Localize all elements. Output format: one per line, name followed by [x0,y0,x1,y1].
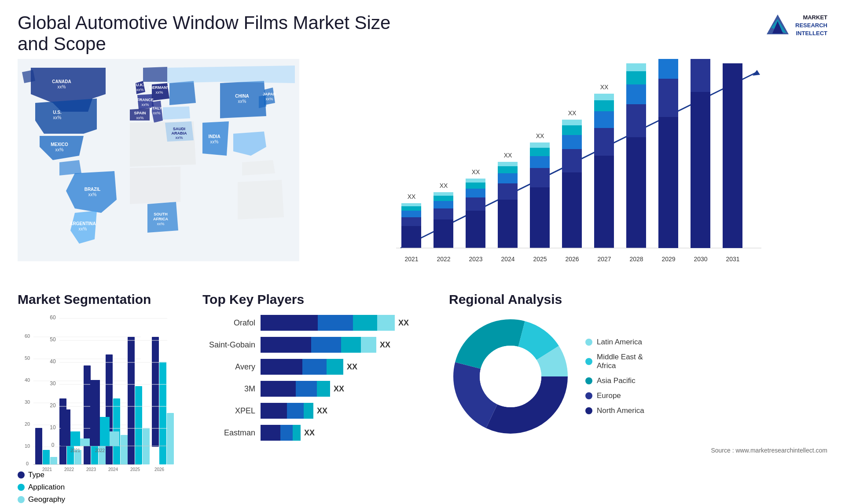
svg-rect-123 [80,438,90,446]
regional-section: Regional Analysis Latin America [449,292,827,504]
player-name: XPEL [202,406,255,416]
player-bar-wrapper: XX [261,425,315,441]
player-name: Eastman [202,428,255,438]
svg-rect-39 [401,217,421,226]
svg-text:BRAZIL: BRAZIL [84,187,101,192]
svg-rect-45 [434,219,453,248]
svg-rect-80 [594,156,614,248]
svg-rect-63 [498,162,518,166]
svg-text:2021: 2021 [404,256,418,263]
app-label: Application [28,483,65,492]
svg-text:xx%: xx% [238,99,246,104]
svg-text:XX: XX [600,84,609,91]
svg-text:AFRICA: AFRICA [153,217,168,221]
svg-text:30: 30 [50,380,56,387]
svg-text:SAUDI: SAUDI [173,127,185,131]
svg-text:2023: 2023 [469,256,482,263]
svg-text:XX: XX [440,182,448,189]
svg-rect-61 [498,173,518,183]
svg-rect-84 [594,94,614,100]
player-name: Orafol [202,318,255,328]
geo-dot [18,496,25,503]
seg-legend-geo: Geography [18,495,194,504]
map-wrapper: CANADA xx% U.S. xx% MEXICO xx% BRAZIL xx… [18,59,299,261]
svg-rect-126 [100,417,110,446]
svg-text:xx%: xx% [88,192,97,197]
legend-item-mea: Middle East &Africa [585,353,644,370]
seg-legend-type: Type [18,471,194,479]
logo-icon [764,12,791,39]
player-name: Avery [202,362,255,372]
svg-rect-125 [90,380,100,446]
segmentation-title: Market Segmentation [18,292,194,307]
app-dot [18,484,25,491]
player-bar-wrapper: XX [261,315,409,331]
svg-rect-55 [466,183,485,189]
svg-text:xx%: xx% [210,139,219,144]
svg-rect-66 [530,187,550,248]
type-label: Type [28,471,44,479]
svg-rect-62 [498,166,518,173]
logo-text: MARKET RESEARCH INTELLECT [795,14,827,38]
players-list: Orafol XX Saint-Gobain [202,315,440,441]
player-value: XX [347,362,357,372]
svg-text:xx%: xx% [265,97,273,101]
svg-text:MEXICO: MEXICO [51,142,68,147]
svg-text:XX: XX [568,110,577,117]
latin-label: Latin America [597,338,642,347]
svg-rect-95 [658,117,678,248]
player-bar-wrapper: XX [261,381,344,397]
world-map-svg: CANADA xx% U.S. xx% MEXICO xx% BRAZIL xx… [18,59,299,261]
bar-chart-section: 2021 XX 2022 XX 2023 XX [308,59,827,288]
players-section: Top Key Players Orafol XX Saint-Go [202,292,440,504]
svg-text:SPAIN: SPAIN [134,111,146,115]
legend-item-na: North America [585,406,644,415]
svg-text:xx%: xx% [53,115,62,120]
svg-text:2030: 2030 [694,256,707,263]
svg-rect-42 [401,203,421,206]
bottom-content: Market Segmentation 60 50 40 30 20 10 0 [0,288,845,504]
svg-text:2026: 2026 [565,256,579,263]
svg-rect-41 [401,206,421,211]
mea-label: Middle East &Africa [597,353,643,370]
legend-item-latin: Latin America [585,338,644,347]
svg-rect-56 [466,179,485,183]
svg-text:xx%: xx% [58,84,66,89]
svg-rect-88 [626,104,646,137]
header: Global Automotive Window Films Market Si… [0,0,845,59]
seg-legend-app: Application [18,483,194,492]
player-bar-wrapper: XX [261,359,357,375]
logo: MARKET RESEARCH INTELLECT [764,12,827,39]
player-bar [261,381,330,397]
latin-dot [585,339,592,346]
svg-text:ARGENTINA: ARGENTINA [70,221,96,226]
regional-legend: Latin America Middle East &Africa Asia P… [585,338,644,415]
bar-chart-svg: 2021 XX 2022 XX 2023 XX [317,59,827,274]
svg-text:50: 50 [50,336,56,343]
svg-text:xx%: xx% [55,147,64,152]
svg-rect-74 [562,149,582,172]
list-item: XPEL XX [202,403,440,419]
svg-rect-54 [466,189,485,197]
player-name: 3M [202,384,255,394]
svg-rect-146 [50,457,57,464]
svg-rect-48 [434,196,453,201]
svg-rect-69 [530,148,550,156]
segmentation-chart: 60 50 40 30 20 10 0 [18,315,194,456]
svg-rect-53 [466,197,485,211]
svg-rect-89 [626,84,646,104]
main-content: CANADA xx% U.S. xx% MEXICO xx% BRAZIL xx… [0,59,845,288]
svg-text:XX: XX [504,152,512,159]
svg-rect-127 [110,431,119,446]
svg-rect-104 [723,63,742,248]
svg-text:CHINA: CHINA [235,94,249,99]
svg-rect-73 [562,172,582,248]
svg-text:xx%: xx% [136,116,143,120]
svg-rect-60 [498,183,518,200]
legend-item-europe: Europe [585,391,644,400]
svg-rect-101 [691,59,710,92]
list-item: Orafol XX [202,315,440,331]
svg-point-173 [480,346,541,407]
svg-rect-100 [691,92,710,248]
svg-rect-91 [626,63,646,71]
